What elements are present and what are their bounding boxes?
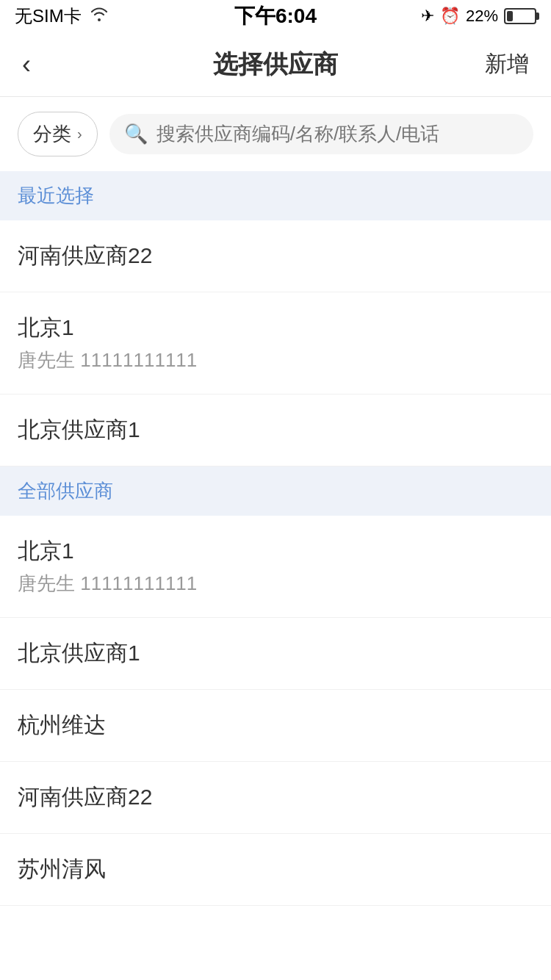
search-area: 分类 › 🔍 [0, 97, 551, 171]
section-header-all: 全部供应商 [0, 466, 551, 516]
item-name: 北京1 [18, 536, 533, 566]
item-name: 北京供应商1 [18, 415, 533, 445]
item-name: 北京1 [18, 313, 533, 343]
nav-title: 选择供应商 [213, 48, 338, 82]
battery-percent: 22% [466, 7, 498, 26]
battery-icon [504, 8, 536, 24]
wifi-icon [89, 6, 109, 26]
nav-bar: ‹ 选择供应商 新增 [0, 32, 551, 97]
category-label: 分类 [33, 121, 71, 147]
list-item[interactable]: 北京供应商1 [0, 618, 551, 690]
alarm-icon: ⏰ [440, 7, 460, 26]
list-item[interactable]: 北京1唐先生 11111111111 [0, 292, 551, 394]
list-item[interactable]: 河南供应商22 [0, 220, 551, 292]
item-name: 苏州清风 [18, 854, 533, 884]
status-right-icons: ✈ ⏰ 22% [421, 7, 536, 26]
sections-container: 最近选择河南供应商22北京1唐先生 11111111111北京供应商1全部供应商… [0, 171, 551, 906]
status-carrier: 无SIM卡 [15, 4, 109, 28]
search-input-wrap: 🔍 [109, 114, 533, 154]
chevron-right-icon: › [77, 126, 82, 143]
category-button[interactable]: 分类 › [18, 112, 98, 156]
item-name: 河南供应商22 [18, 241, 533, 271]
add-button[interactable]: 新增 [485, 49, 529, 79]
list-item[interactable]: 北京供应商1 [0, 394, 551, 466]
search-icon: 🔍 [124, 123, 148, 145]
search-input[interactable] [156, 123, 519, 145]
list-item[interactable]: 北京1唐先生 11111111111 [0, 516, 551, 618]
list-item[interactable]: 杭州维达 [0, 690, 551, 762]
item-sub: 唐先生 11111111111 [18, 347, 533, 373]
back-button[interactable]: ‹ [22, 49, 66, 80]
section-header-recent: 最近选择 [0, 171, 551, 220]
location-icon: ✈ [421, 7, 434, 26]
item-name: 杭州维达 [18, 710, 533, 741]
list-item[interactable]: 河南供应商22 [0, 762, 551, 834]
carrier-text: 无SIM卡 [15, 4, 82, 28]
status-bar: 无SIM卡 下午6:04 ✈ ⏰ 22% [0, 0, 551, 32]
item-name: 河南供应商22 [18, 782, 533, 813]
item-sub: 唐先生 11111111111 [18, 571, 533, 597]
status-time: 下午6:04 [234, 2, 317, 30]
list-item[interactable]: 苏州清风 [0, 834, 551, 906]
item-name: 北京供应商1 [18, 638, 533, 669]
